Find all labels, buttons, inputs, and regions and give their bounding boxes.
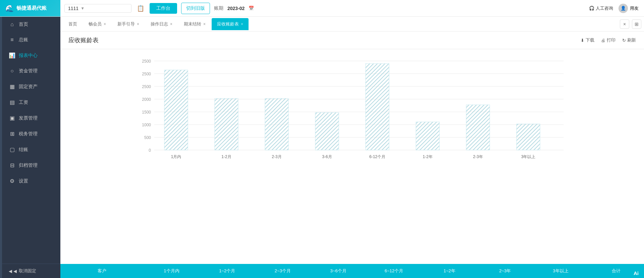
tab-log-close[interactable]: × <box>170 22 172 26</box>
svg-text:500: 500 <box>144 135 151 140</box>
tab-ar-aging-close[interactable]: × <box>241 22 243 26</box>
col-2-3y: 2~3年 <box>477 268 533 274</box>
svg-text:1月内: 1月内 <box>171 154 181 159</box>
sidebar-item-settings[interactable]: ⚙ 设置 <box>0 173 60 189</box>
tab-bar: 首页 畅会员 × 新手引导 × 操作日志 × 期末结转 × 应收账龄表 × <box>60 17 644 31</box>
bar-chart: 2500 2500 2500 2000 1500 1000 500 0 <box>68 56 636 183</box>
chevron-down-icon: ▼ <box>80 6 85 11</box>
switch-version-button[interactable]: 切到旧版 <box>181 3 210 14</box>
tab-period-end[interactable]: 期末结转 × <box>178 18 211 30</box>
page-title: 应收账龄表 <box>68 36 99 44</box>
consultation-label: 人工咨询 <box>596 5 613 11</box>
consultation-button[interactable]: 🎧 人工咨询 <box>589 5 613 11</box>
sidebar-label-tax: 税务管理 <box>19 131 38 137</box>
sidebar-label-settings: 设置 <box>19 178 28 184</box>
tab-log[interactable]: 操作日志 × <box>145 18 178 30</box>
funds-icon: ○ <box>9 68 15 74</box>
sidebar-label-ledger: 总账 <box>19 37 28 43</box>
download-label: 下载 <box>586 37 594 43</box>
tab-guide-close[interactable]: × <box>137 22 139 26</box>
home-icon: ⌂ <box>9 21 15 27</box>
refresh-label: 刷新 <box>627 37 636 43</box>
company-selector[interactable]: 1111 ▼ <box>64 4 131 13</box>
tab-guide[interactable]: 新手引导 × <box>112 18 145 30</box>
archive-sidebar-icon: ⊟ <box>9 162 15 168</box>
calendar-icon[interactable]: 📅 <box>249 6 254 11</box>
col-3y-plus: 3年以上 <box>533 268 589 274</box>
svg-text:2500: 2500 <box>142 59 151 64</box>
chart-area: 2500 2500 2500 2000 1500 1000 500 0 <box>60 49 644 264</box>
tab-home[interactable]: 首页 <box>63 18 83 30</box>
sidebar-item-salary[interactable]: ▤ 工资 <box>0 94 60 110</box>
sidebar-item-archive[interactable]: ⊟ 归档管理 <box>0 157 60 173</box>
cancel-fixed-label: 取消固定 <box>19 268 36 274</box>
headset-icon: 🎧 <box>589 6 594 11</box>
page-header: 应收账龄表 ⬇ 下载 🖨 打印 ↻ 刷新 <box>60 31 644 49</box>
svg-rect-25 <box>366 64 389 150</box>
svg-text:2-3月: 2-3月 <box>272 154 281 159</box>
logo-area: 🌊 畅捷通易代账 <box>0 0 60 16</box>
tab-vip-label: 畅会员 <box>89 21 102 27</box>
main-layout: ⌂ 首页 ≡ 总账 📊 报表中心 ○ 资金管理 ▦ 固定资产 ▤ 工资 ▣ 发票… <box>0 17 644 278</box>
sidebar-label-assets: 固定资产 <box>19 84 38 90</box>
workbench-button[interactable]: 工作台 <box>150 3 177 14</box>
avatar: 👤 <box>619 4 628 13</box>
table-header: 客户 1个月内 1~2个月 2~3个月 3~6个月 6~12个月 1~2年 2~… <box>60 264 644 278</box>
sidebar-item-funds[interactable]: ○ 资金管理 <box>0 63 60 79</box>
assets-icon: ▦ <box>9 83 15 90</box>
expand-tab-button[interactable]: ⊞ <box>632 19 641 29</box>
tax-icon: ⊞ <box>9 131 15 137</box>
sidebar-item-checkout[interactable]: ▢ 结账 <box>0 142 60 157</box>
tab-vip[interactable]: 畅会员 × <box>83 18 111 30</box>
ledger-icon: ≡ <box>9 37 15 43</box>
svg-text:1500: 1500 <box>142 110 151 115</box>
user-name: 用友 <box>630 5 639 11</box>
reports-icon: 📊 <box>9 52 15 59</box>
top-header: 🌊 畅捷通易代账 1111 ▼ 📋 工作台 切到旧版 账期 2023-02 📅 … <box>0 0 644 17</box>
svg-text:2000: 2000 <box>142 97 151 102</box>
svg-text:1-2年: 1-2年 <box>423 154 432 159</box>
sidebar-label-home: 首页 <box>19 21 28 27</box>
col-2-3m: 2~3个月 <box>255 268 311 274</box>
svg-rect-19 <box>215 98 238 150</box>
sidebar-item-home[interactable]: ⌂ 首页 <box>0 17 60 32</box>
tab-period-end-close[interactable]: × <box>203 22 206 26</box>
sidebar-item-assets[interactable]: ▦ 固定资产 <box>0 79 60 94</box>
refresh-button[interactable]: ↻ 刷新 <box>622 37 636 43</box>
svg-text:2500: 2500 <box>142 72 151 76</box>
checkout-icon: ▢ <box>9 146 15 153</box>
pin-icon: ◀ ◀ <box>9 269 17 274</box>
archive-icon[interactable]: 📋 <box>137 5 144 12</box>
salary-icon: ▤ <box>9 99 15 106</box>
user-area[interactable]: 👤 用友 <box>619 4 639 13</box>
sidebar-item-ledger[interactable]: ≡ 总账 <box>0 32 60 48</box>
ai-label[interactable]: Ai <box>628 268 644 278</box>
svg-text:1000: 1000 <box>142 123 151 127</box>
svg-rect-21 <box>265 98 288 150</box>
invoice-icon: ▣ <box>9 115 15 121</box>
tab-log-label: 操作日志 <box>151 21 168 27</box>
download-button[interactable]: ⬇ 下载 <box>581 37 594 43</box>
svg-text:0: 0 <box>149 148 151 153</box>
content-area: 首页 畅会员 × 新手引导 × 操作日志 × 期末结转 × 应收账龄表 × <box>60 17 644 278</box>
tab-vip-close[interactable]: × <box>104 22 106 26</box>
col-1-2m: 1~2个月 <box>199 268 255 274</box>
sidebar-item-reports[interactable]: 📊 报表中心 <box>0 48 60 63</box>
download-icon: ⬇ <box>581 38 584 43</box>
svg-text:2-3年: 2-3年 <box>473 154 483 159</box>
page-content: 应收账龄表 ⬇ 下载 🖨 打印 ↻ 刷新 <box>60 31 644 278</box>
tab-ar-aging[interactable]: 应收账龄表 × <box>212 18 249 30</box>
sidebar-item-invoice[interactable]: ▣ 发票管理 <box>0 110 60 126</box>
tab-period-end-label: 期末结转 <box>184 21 201 27</box>
app-name: 畅捷通易代账 <box>16 5 47 11</box>
tab-actions: × ⊞ <box>620 19 641 29</box>
col-3-6m: 3~6个月 <box>311 268 366 274</box>
print-label: 打印 <box>607 37 615 43</box>
sidebar-item-tax[interactable]: ⊞ 税务管理 <box>0 126 60 142</box>
print-button[interactable]: 🖨 打印 <box>601 37 615 43</box>
sidebar-label-funds: 资金管理 <box>19 68 38 74</box>
close-tab-button[interactable]: × <box>620 19 629 29</box>
sidebar-label-invoice: 发票管理 <box>19 115 38 121</box>
cancel-fixed-button[interactable]: ◀ ◀ 取消固定 <box>9 268 54 274</box>
col-1m: 1个月内 <box>144 268 200 274</box>
